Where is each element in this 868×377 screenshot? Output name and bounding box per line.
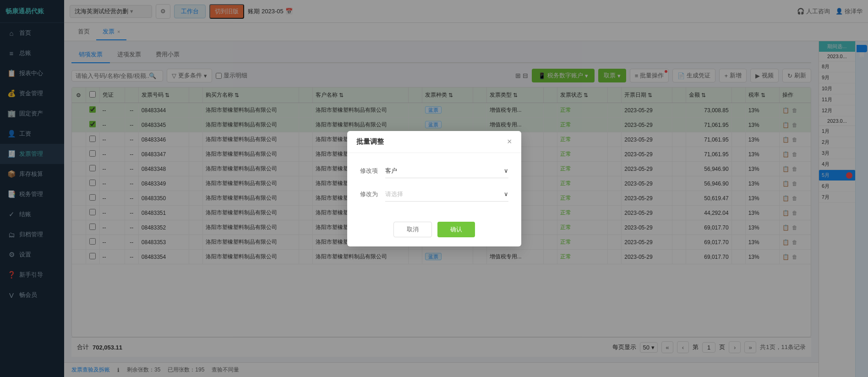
modal-field-select[interactable]: 客户 ∨ [385, 164, 508, 178]
modal-row-field: 修改项 客户 ∨ [360, 164, 508, 178]
modal-value-select[interactable]: 请选择 ∨ [385, 187, 508, 202]
modal-body: 修改项 客户 ∨ 修改为 请选择 ∨ [347, 153, 521, 220]
modal-overlay: 批量调整 × 修改项 客户 ∨ 修改为 请选择 ∨ 取消 确认 [0, 0, 868, 377]
confirm-button[interactable]: 确认 [437, 222, 475, 237]
modal-header: 批量调整 × [347, 131, 521, 153]
modal-close-button[interactable]: × [507, 137, 512, 146]
batch-adjust-modal: 批量调整 × 修改项 客户 ∨ 修改为 请选择 ∨ 取消 确认 [347, 131, 521, 246]
modal-title: 批量调整 [356, 137, 384, 146]
modal-value-placeholder: 请选择 [385, 190, 403, 198]
modal-field-value: 客户 [385, 167, 397, 175]
chevron-down-icon: ∨ [504, 167, 508, 174]
modal-row-value: 修改为 请选择 ∨ [360, 187, 508, 202]
modal-value-label: 修改为 [360, 190, 385, 198]
modal-footer: 取消 确认 [347, 220, 521, 246]
chevron-down-icon: ∨ [504, 191, 508, 197]
cancel-button[interactable]: 取消 [393, 222, 432, 237]
modal-field-label: 修改项 [360, 167, 385, 175]
